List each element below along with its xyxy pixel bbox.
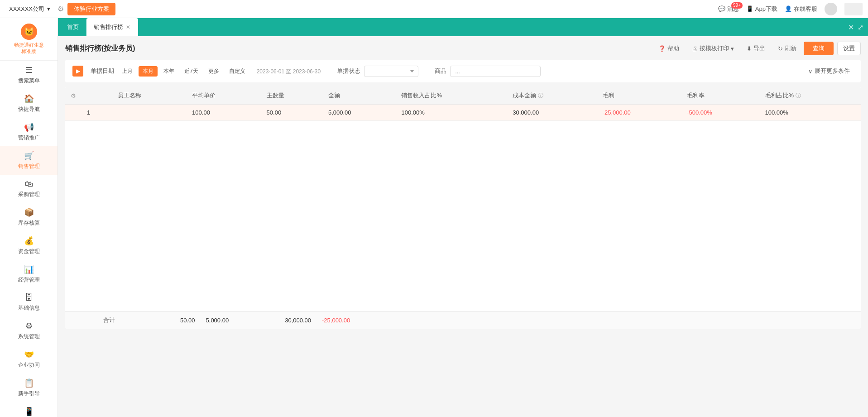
date-shortcuts: 上月 本月 本年 近7天 更多 自定义 <box>118 66 249 77</box>
print-chevron-icon: ▾ <box>731 45 734 52</box>
sidebar-item-apps[interactable]: 📱 应用中心 <box>0 402 58 417</box>
page-content: 销售排行榜(按业务员) ❓ 帮助 🖨 按模板打印 ▾ ⬇ <box>58 36 868 417</box>
col-settings[interactable]: ⚙ <box>65 87 82 105</box>
tab-home-label: 首页 <box>67 23 79 31</box>
sidebar-item-purchase[interactable]: 🛍 采购管理 <box>0 175 58 203</box>
sidebar-label-basic: 基础信息 <box>18 304 40 312</box>
finance-icon: 💰 <box>24 236 34 246</box>
company-name: XXXXXX公司 <box>9 5 44 13</box>
footer-gross: -25,000.00 <box>317 317 355 324</box>
goods-filter-label: 商品 <box>435 67 446 75</box>
refresh-button[interactable]: ↻ 刷新 <box>774 43 800 54</box>
page-header: 销售排行榜(按业务员) ❓ 帮助 🖨 按模板打印 ▾ ⬇ <box>65 42 861 55</box>
row-qty: 50.00 <box>261 105 323 121</box>
date-btn-this-month[interactable]: 本月 <box>139 66 158 77</box>
sidebar-item-basic[interactable]: 🗄 基础信息 <box>0 288 58 316</box>
message-icon: 💬 <box>718 5 725 12</box>
col-amount: 全额 <box>323 87 396 105</box>
col-qty: 主数量 <box>261 87 323 105</box>
sidebar-label-marketing: 营销推广 <box>18 134 40 142</box>
status-select[interactable] <box>364 66 418 77</box>
row-gross: -25,000.00 <box>597 105 682 121</box>
tab-expand-icon[interactable]: ⤢ <box>858 23 863 32</box>
row-gross-pct: 100.00% <box>760 105 861 121</box>
avatar[interactable] <box>825 3 837 15</box>
gross-pct-help-icon[interactable]: ⓘ <box>796 92 801 99</box>
print-button[interactable]: 🖨 按模板打印 ▾ <box>688 43 738 54</box>
tab-sales-ranking[interactable]: 销售排行榜 ✕ <box>86 18 138 36</box>
sidebar-item-inventory[interactable]: 📦 库存核算 <box>0 203 58 231</box>
user-name-display <box>844 3 863 15</box>
settings-icon[interactable]: ⚙ <box>58 5 64 13</box>
date-btn-custom[interactable]: 自定义 <box>225 66 249 77</box>
sidebar-label-collab: 企业协同 <box>18 361 40 369</box>
sidebar-item-operations[interactable]: 📊 经营管理 <box>0 260 58 288</box>
date-btn-last-month[interactable]: 上月 <box>118 66 137 77</box>
sidebar-label-system: 系统管理 <box>18 333 40 340</box>
sidebar-label-quick: 快捷导航 <box>18 105 40 113</box>
company-selector[interactable]: XXXXXX公司 ▾ <box>5 3 54 15</box>
date-range-display: 2023-06-01 至 2023-06-30 <box>257 68 321 76</box>
page-actions: ❓ 帮助 🖨 按模板打印 ▾ ⬇ 导出 ↻ <box>655 43 800 54</box>
tab-close-icon[interactable]: ✕ <box>126 24 130 30</box>
logo-icon: 🐱 <box>21 24 37 40</box>
search-menu-icon: ☰ <box>25 65 33 75</box>
message-button[interactable]: 💬 消息 99+ <box>718 5 739 13</box>
footer-qty: 50.00 <box>175 317 201 324</box>
goods-input[interactable] <box>450 66 541 77</box>
sidebar-item-marketing[interactable]: 📢 营销推广 <box>0 118 58 146</box>
tab-close-all-icon[interactable]: ✕ <box>848 23 854 32</box>
row-cost: 30,000.00 <box>507 105 597 121</box>
sidebar-item-finance[interactable]: 💰 资金管理 <box>0 231 58 260</box>
sidebar: 🐱 畅捷通好生意 标准版 ☰ 搜索菜单 🏠 快捷导航 📢 营销推广 🛒 销售管理… <box>0 18 58 417</box>
export-icon: ⬇ <box>747 45 752 52</box>
sidebar-item-guide[interactable]: 📋 新手引导 <box>0 374 58 402</box>
online-service-button[interactable]: 👤 在线客服 <box>785 5 817 13</box>
table-footer: 合计 50.00 5,000.00 30,000.00 -25,000.00 <box>65 311 861 329</box>
date-btn-this-year[interactable]: 本年 <box>159 66 178 77</box>
sidebar-item-system[interactable]: ⚙ 系统管理 <box>0 316 58 345</box>
settings-button[interactable]: 设置 <box>837 42 861 55</box>
help-icon: ❓ <box>658 45 666 52</box>
page-title: 销售排行榜(按业务员) <box>65 44 135 53</box>
trial-button[interactable]: 体验行业方案 <box>67 3 115 15</box>
data-table: ⚙ 员工名称 平均单价 主数量 全额 销售收入占比% 成本全额 ⓘ <box>65 87 861 121</box>
query-button[interactable]: 查询 <box>804 42 834 55</box>
date-btn-more[interactable]: 更多 <box>204 66 223 77</box>
col-employee-name: 员工名称 <box>112 87 187 105</box>
inventory-icon: 📦 <box>24 207 34 217</box>
sidebar-item-search[interactable]: ☰ 搜索菜单 <box>0 61 58 89</box>
apps-icon: 📱 <box>24 407 34 417</box>
app-download-button[interactable]: 📱 App下载 <box>746 5 777 13</box>
footer-amount: 5,000.00 <box>201 317 235 324</box>
sidebar-item-sales[interactable]: 🛒 销售管理 <box>0 146 58 175</box>
more-conditions: ∨ 展开更多条件 <box>805 65 854 77</box>
collab-icon: 🤝 <box>24 350 34 359</box>
date-btn-7days[interactable]: 近7天 <box>180 66 202 77</box>
marketing-icon: 📢 <box>24 122 34 132</box>
filter-row: ▶ 单据日期 上月 本月 本年 近7天 更多 自定义 <box>72 65 854 77</box>
row-rank: 1 <box>82 105 112 121</box>
cost-help-icon[interactable]: ⓘ <box>538 92 543 99</box>
filter-area: ▶ 单据日期 上月 本月 本年 近7天 更多 自定义 <box>65 60 861 82</box>
status-filter: 单据状态 <box>337 66 418 77</box>
help-button[interactable]: ❓ 帮助 <box>655 43 683 54</box>
service-label: 在线客服 <box>794 5 817 13</box>
filter-expand-arrow[interactable]: ▶ <box>72 66 83 77</box>
table-empty-space <box>65 121 861 311</box>
sidebar-label-sales: 销售管理 <box>18 163 40 170</box>
expand-conditions-button[interactable]: ∨ 展开更多条件 <box>805 65 854 77</box>
print-icon: 🖨 <box>692 45 698 52</box>
table-row: 1 100.00 50.00 5,000.00 100.00% 30,000.0… <box>65 105 861 121</box>
top-bar: XXXXXX公司 ▾ ⚙ 体验行业方案 💬 消息 99+ 📱 App下载 👤 在… <box>0 0 868 18</box>
sidebar-label-finance: 资金管理 <box>18 248 40 255</box>
tab-home[interactable]: 首页 <box>60 18 86 36</box>
refresh-icon: ↻ <box>778 45 783 52</box>
main-layout: 🐱 畅捷通好生意 标准版 ☰ 搜索菜单 🏠 快捷导航 📢 营销推广 🛒 销售管理… <box>0 18 868 417</box>
sidebar-item-quick[interactable]: 🏠 快捷导航 <box>0 89 58 118</box>
top-right-actions: 💬 消息 99+ 📱 App下载 👤 在线客服 <box>718 3 863 15</box>
sidebar-label-inventory: 库存核算 <box>18 219 40 227</box>
date-filter-label: 单据日期 <box>91 67 114 75</box>
sidebar-item-collab[interactable]: 🤝 企业协同 <box>0 345 58 374</box>
export-button[interactable]: ⬇ 导出 <box>743 43 769 54</box>
